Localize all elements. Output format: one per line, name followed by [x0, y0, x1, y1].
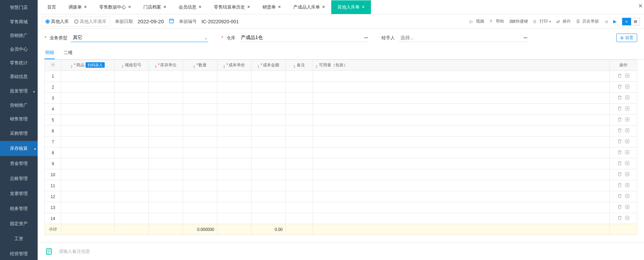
- tab-7[interactable]: 产成品入库单✕: [287, 0, 331, 14]
- delete-icon[interactable]: [617, 84, 622, 90]
- delete-icon[interactable]: [617, 194, 622, 199]
- table-row[interactable]: 4: [45, 104, 637, 115]
- table-row[interactable]: 5: [45, 115, 637, 126]
- col-cost-amount[interactable]: ▴▾*成本金额: [252, 60, 286, 71]
- close-all-tabs[interactable]: ✕: [638, 3, 643, 9]
- add-icon[interactable]: [625, 216, 630, 221]
- tab-3[interactable]: 门店档案✕: [137, 0, 172, 14]
- delete-icon[interactable]: [617, 128, 622, 134]
- add-icon[interactable]: [625, 95, 630, 101]
- table-row[interactable]: 12: [45, 191, 637, 202]
- sidebar-item-4[interactable]: 零售统计: [0, 56, 38, 70]
- sidebar-item-6[interactable]: 批发管理: [0, 83, 38, 99]
- radio-other-in[interactable]: 其他入库: [46, 18, 69, 25]
- table-row[interactable]: 3: [45, 93, 637, 104]
- handler-input[interactable]: [398, 34, 528, 42]
- delete-icon[interactable]: [617, 172, 622, 178]
- close-icon[interactable]: ✕: [84, 5, 87, 9]
- col-qty[interactable]: ▴▾*数量: [183, 60, 217, 71]
- close-icon[interactable]: ✕: [247, 5, 250, 9]
- tab-detail[interactable]: 明细: [44, 47, 55, 59]
- chevron-right-icon[interactable]: ▶: [613, 19, 617, 24]
- add-icon[interactable]: [625, 205, 630, 210]
- add-icon[interactable]: [625, 106, 630, 112]
- tab-5[interactable]: 零售结算单历史✕: [208, 0, 256, 14]
- delete-icon[interactable]: [617, 216, 622, 221]
- close-icon[interactable]: ✕: [322, 5, 325, 9]
- table-row[interactable]: 13: [45, 202, 637, 213]
- table-row[interactable]: 11: [45, 180, 637, 191]
- close-icon[interactable]: ✕: [362, 5, 365, 9]
- note-placeholder[interactable]: 请输入备注信息: [59, 248, 90, 255]
- table-row[interactable]: 8: [45, 147, 637, 158]
- ops-link[interactable]: ⇄操作: [556, 18, 571, 24]
- tab-2[interactable]: 零售数据中心✕: [93, 0, 137, 14]
- sidebar-item-10[interactable]: 库存核算: [0, 141, 38, 156]
- table-row[interactable]: 10: [45, 169, 637, 180]
- add-icon[interactable]: [625, 128, 630, 134]
- add-icon[interactable]: [625, 194, 630, 199]
- col-cost-price[interactable]: ▴▾*成本单价: [217, 60, 252, 71]
- settings-button[interactable]: ⚙ 设置: [616, 34, 637, 42]
- scan-badge[interactable]: 扫码录入: [86, 62, 105, 68]
- close-icon[interactable]: ✕: [163, 5, 166, 9]
- delete-icon[interactable]: [617, 150, 622, 156]
- close-icon[interactable]: ✕: [128, 5, 131, 9]
- delete-icon[interactable]: [617, 139, 622, 145]
- delete-icon[interactable]: [617, 117, 622, 123]
- tab-4[interactable]: 会员信息✕: [172, 0, 208, 14]
- tab-0[interactable]: 首页: [41, 0, 62, 14]
- sidebar-item-2[interactable]: 营销推广: [0, 29, 38, 42]
- delete-icon[interactable]: [617, 161, 622, 167]
- close-icon[interactable]: ✕: [198, 5, 202, 9]
- shortcut-link[interactable]: ⌨快捷键: [510, 18, 528, 24]
- delete-icon[interactable]: [617, 183, 622, 188]
- col-unit[interactable]: ▴▾*库存单位: [149, 60, 183, 71]
- add-icon[interactable]: [625, 183, 630, 188]
- table-row[interactable]: 6: [45, 126, 637, 136]
- sidebar-item-0[interactable]: 智慧门店: [0, 0, 38, 15]
- tab-6[interactable]: 销货单✕: [256, 0, 287, 14]
- delete-icon[interactable]: [617, 73, 622, 79]
- chevron-down-icon[interactable]: ⌄: [204, 36, 208, 40]
- sidebar-item-8[interactable]: 销售管理: [0, 112, 38, 126]
- sidebar-item-9[interactable]: 采购管理: [0, 126, 38, 141]
- ellipsis-icon[interactable]: •••: [524, 35, 527, 40]
- biz-type-input[interactable]: [71, 34, 208, 42]
- gear-header[interactable]: [45, 60, 61, 71]
- close-icon[interactable]: ✕: [278, 5, 281, 9]
- calendar-icon[interactable]: [169, 18, 174, 25]
- tab-8[interactable]: 其他入库单✕: [331, 0, 371, 14]
- sidebar-item-16[interactable]: 工资: [0, 231, 38, 246]
- sidebar-item-17[interactable]: 经营管理: [0, 246, 38, 260]
- add-icon[interactable]: [625, 161, 630, 167]
- warehouse-input[interactable]: [239, 34, 369, 42]
- sidebar-item-14[interactable]: 税务管理: [0, 201, 38, 216]
- col-remark[interactable]: ▴▾备注: [286, 60, 313, 71]
- table-row[interactable]: 2: [45, 82, 637, 93]
- table-row[interactable]: 14: [45, 213, 637, 224]
- video-link[interactable]: ▷视频: [470, 18, 484, 24]
- view-grid-button[interactable]: ▤: [631, 18, 640, 25]
- delete-icon[interactable]: [617, 205, 622, 210]
- delete-icon[interactable]: [617, 95, 622, 101]
- view-list-button[interactable]: ≡: [622, 18, 631, 25]
- tab-two-dim[interactable]: 二维: [63, 47, 73, 59]
- sidebar-item-15[interactable]: 固定资产: [0, 216, 38, 231]
- history-link[interactable]: ☰历史单据: [576, 18, 599, 24]
- radio-other-in-return[interactable]: 其他入库退库: [74, 18, 106, 25]
- sidebar-item-12[interactable]: 总账管理: [0, 171, 38, 186]
- add-icon[interactable]: [625, 117, 630, 123]
- col-product[interactable]: ▴▾*商品 扫码录入: [61, 60, 115, 71]
- tab-1[interactable]: 调拨单✕: [62, 0, 93, 14]
- col-available[interactable]: ▴▾可用量（包装）: [313, 60, 610, 71]
- help-link[interactable]: ?帮助: [490, 18, 504, 24]
- add-icon[interactable]: [625, 150, 630, 156]
- ellipsis-icon[interactable]: •••: [364, 35, 368, 40]
- sidebar-item-1[interactable]: 零售商城: [0, 15, 38, 29]
- sidebar-item-7[interactable]: 营销推广: [0, 99, 38, 112]
- add-icon[interactable]: [625, 172, 630, 178]
- add-icon[interactable]: [625, 139, 630, 145]
- col-spec[interactable]: ▴▾规格型号: [115, 60, 149, 71]
- print-link[interactable]: ⎙打印▾: [533, 18, 551, 24]
